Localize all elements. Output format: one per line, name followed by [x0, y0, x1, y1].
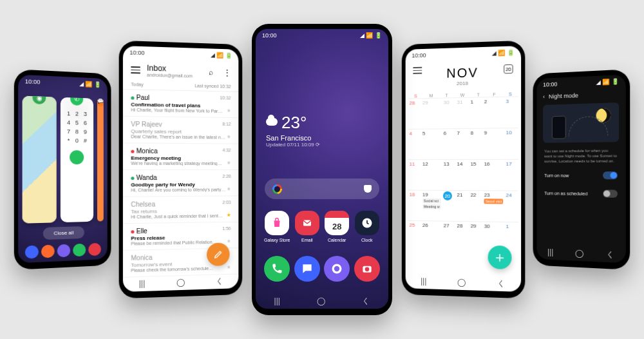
switch-icon[interactable]	[603, 190, 618, 198]
day-cell[interactable]: 1	[469, 97, 482, 128]
email-row[interactable]: MonicaEmergency meetingWe're having a ma…	[123, 143, 238, 170]
day-cell[interactable]: 27	[442, 221, 456, 252]
day-cell[interactable]: 23Seoul visit	[483, 190, 505, 222]
app-Calendar[interactable]: 28Calendar	[323, 211, 351, 242]
day-cell[interactable]: 8	[469, 128, 482, 159]
day-cell[interactable]: 25	[408, 220, 421, 251]
day-cell[interactable]: 6	[442, 128, 456, 159]
nav-home-icon[interactable]: ◯	[317, 296, 325, 305]
app-camera[interactable]	[353, 256, 381, 282]
day-cell[interactable]: 30	[442, 97, 456, 128]
day-cell[interactable]: 16	[483, 159, 505, 191]
star-icon[interactable]: ★	[227, 108, 231, 113]
star-icon[interactable]: ★	[227, 212, 231, 218]
day-cell[interactable]: 31	[456, 97, 469, 128]
day-cell[interactable]: 13	[442, 159, 456, 190]
toggle-turn-on-now[interactable]: Turn on now	[536, 166, 625, 185]
day-cell[interactable]: 10	[504, 128, 518, 159]
dock-app[interactable]	[88, 243, 101, 257]
app-label: Calendar	[328, 238, 346, 242]
day-cell[interactable]: 24	[504, 190, 518, 222]
app-Galaxy Store[interactable]: Galaxy Store	[263, 211, 291, 242]
recent-card-maps[interactable]: ◉	[23, 96, 57, 224]
dock-app[interactable]	[73, 244, 86, 257]
day-cell[interactable]: 29	[469, 221, 482, 253]
star-icon[interactable]: ★	[227, 264, 231, 270]
search-icon[interactable]: ⌕	[209, 68, 213, 77]
email-row[interactable]: PaulConfirmation of travel plansHi Charl…	[123, 90, 238, 118]
status-icons: ◢ 📶 🔋	[360, 32, 382, 39]
star-icon[interactable]: ★	[227, 238, 231, 244]
nav-back-icon[interactable]: く	[362, 296, 370, 307]
day-cell[interactable]: 29	[421, 98, 442, 129]
day-cell[interactable]: 3	[504, 96, 518, 128]
navbar: ||| ◯ く	[536, 244, 625, 263]
back-icon[interactable]: ‹	[543, 93, 545, 100]
app-chat[interactable]	[293, 256, 321, 282]
star-icon[interactable]: ★	[227, 160, 231, 166]
nav-recent-icon[interactable]: |||	[421, 276, 426, 286]
menu-icon[interactable]	[413, 67, 422, 74]
star-icon[interactable]: ★	[227, 134, 231, 140]
day-cell[interactable]: 9	[483, 128, 505, 159]
nav-home-icon[interactable]: ◯	[176, 278, 185, 287]
star-icon[interactable]: ★	[227, 186, 231, 192]
app-phone[interactable]	[263, 256, 291, 282]
dock-app[interactable]	[25, 245, 39, 258]
email-row[interactable]: VP RajeevQuarterly sales reportDear Char…	[123, 117, 238, 144]
day-cell[interactable]: 21	[456, 190, 469, 221]
nav-recent-icon[interactable]: |||	[547, 247, 553, 257]
call-button[interactable]	[70, 150, 84, 164]
switch-icon[interactable]	[603, 171, 618, 179]
day-cell[interactable]: 15	[469, 159, 482, 190]
nav-back-icon[interactable]: く	[216, 276, 223, 287]
day-cell[interactable]: 12	[421, 159, 442, 190]
dock-app[interactable]	[41, 245, 55, 258]
app-Clock[interactable]: Clock	[353, 211, 381, 242]
more-icon[interactable]: ⋮	[223, 68, 231, 77]
add-event-button[interactable]: ＋	[488, 246, 512, 269]
email-row[interactable]: WandaGoodbye party for WendyHi, Charlie!…	[123, 170, 238, 197]
recent-card-phone[interactable]: ✆ 123456789*0#	[61, 97, 93, 222]
day-cell[interactable]: 4	[408, 129, 421, 160]
day-cell[interactable]: 19Social sciMeeting w	[421, 190, 442, 221]
event-chip[interactable]: Social sci	[422, 199, 441, 204]
event-chip[interactable]: Seoul visit	[484, 199, 504, 204]
close-all-button[interactable]: Close all	[43, 226, 84, 240]
day-cell[interactable]: 5	[421, 128, 442, 159]
today-button[interactable]: 20	[504, 64, 513, 74]
email-time: 4:32	[222, 148, 231, 152]
email-from: Wanda	[137, 174, 157, 181]
menu-icon[interactable]	[131, 66, 140, 73]
event-chip[interactable]: Meeting w	[422, 204, 441, 209]
nav-recent-icon[interactable]: |||	[274, 296, 280, 305]
email-row[interactable]: ChelseaTax returnsHi Charlie, Just a qui…	[123, 196, 238, 224]
app-browser[interactable]	[323, 256, 351, 282]
day-cell[interactable]: 26	[421, 220, 442, 251]
day-cell[interactable]: 28	[456, 221, 469, 252]
updated-time: Updated 07/11 10:09 ⟳	[266, 142, 320, 148]
recent-card-messages[interactable]: 💬	[97, 99, 104, 222]
weather-widget[interactable]: 23° San Francisco Updated 07/11 10:09 ⟳	[266, 113, 320, 148]
toggle-schedule[interactable]: Turn on as scheduled	[536, 184, 625, 204]
day-cell[interactable]: 11	[408, 159, 421, 189]
email-preview: Hi Charlie, Just a quick reminder that I…	[131, 213, 231, 219]
day-cell[interactable]: 17	[504, 159, 518, 191]
pencil-icon	[213, 249, 223, 260]
day-cell[interactable]: 20	[442, 190, 456, 221]
day-cell[interactable]: 28	[408, 98, 421, 129]
day-cell[interactable]: 22	[469, 190, 482, 221]
nav-back-icon[interactable]: く	[497, 278, 505, 289]
app-Email[interactable]: Email	[293, 211, 321, 242]
day-cell[interactable]: 14	[456, 159, 469, 190]
nav-recent-icon[interactable]: |||	[139, 279, 146, 288]
mic-icon[interactable]	[364, 185, 372, 193]
dock-app[interactable]	[57, 244, 70, 258]
day-cell[interactable]: 2	[483, 97, 505, 128]
day-cell[interactable]: 18	[408, 190, 421, 221]
nav-back-icon[interactable]: く	[606, 249, 614, 260]
google-search[interactable]	[265, 179, 379, 199]
day-cell[interactable]: 7	[456, 128, 469, 159]
nav-home-icon[interactable]: ◯	[457, 278, 466, 287]
nav-home-icon[interactable]: ◯	[575, 249, 583, 258]
